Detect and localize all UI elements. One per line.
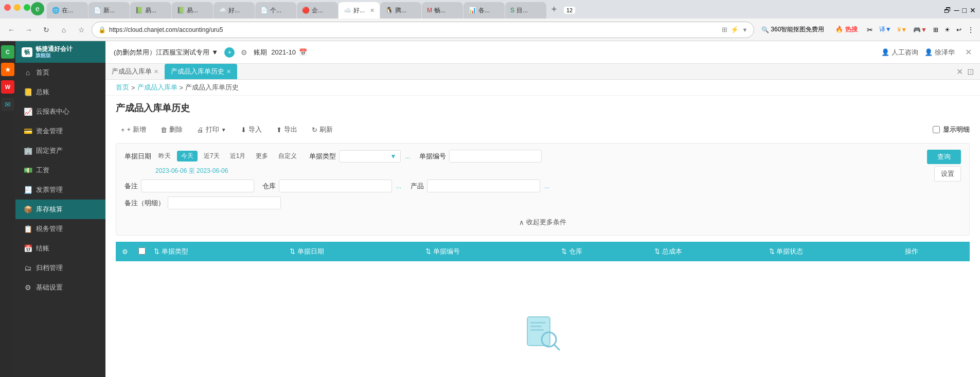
- select-all-checkbox[interactable]: [138, 247, 146, 255]
- export-button[interactable]: ⬆ 导出: [271, 122, 302, 137]
- panel-close-button[interactable]: ✕: [965, 47, 972, 57]
- browser-tab-10[interactable]: M 畅...: [422, 2, 463, 19]
- breadcrumb-home[interactable]: 首页: [116, 83, 129, 92]
- sidebar-item-settings[interactable]: ⚙ 基础设置: [15, 278, 105, 297]
- browser-tab-9[interactable]: 🐧 腾...: [380, 2, 421, 19]
- browser-tab-2[interactable]: 📄 新...: [88, 2, 130, 19]
- th-checkbox-col[interactable]: [134, 242, 150, 261]
- th-date[interactable]: ⇅ 单据日期: [286, 242, 421, 261]
- show-fields-checkbox[interactable]: [933, 126, 940, 133]
- breadcrumb-list[interactable]: 产成品入库单: [137, 83, 177, 92]
- company-selector[interactable]: (勿删勿禁用）江西服宝测试专用 ▼: [114, 48, 218, 57]
- bookmark-button[interactable]: ☆: [74, 23, 88, 37]
- yesterday-btn[interactable]: 昨天: [154, 151, 175, 161]
- th-warehouse[interactable]: ⇅ 仓库: [557, 242, 650, 261]
- warehouse-filter-input[interactable]: [279, 179, 392, 192]
- dropdown-icon[interactable]: ▼: [742, 27, 747, 33]
- delete-button[interactable]: 🗑 删除: [155, 122, 188, 137]
- browser-tab-11[interactable]: 📊 各...: [464, 2, 505, 19]
- maximize-icon[interactable]: □: [963, 6, 967, 14]
- tab8-close[interactable]: ✕: [370, 7, 375, 14]
- window-close-btn[interactable]: [4, 4, 11, 11]
- minimize-icon[interactable]: ─: [954, 6, 959, 14]
- sidebar-item-cloud-report[interactable]: 📈 云报表中心: [15, 102, 105, 121]
- week-btn[interactable]: 近7天: [200, 151, 224, 161]
- browser-tab-3[interactable]: 📗 易...: [130, 2, 171, 19]
- browser-tab-7[interactable]: 🔴 企...: [297, 2, 338, 19]
- month-btn[interactable]: 近1月: [226, 151, 250, 161]
- window-minimize-btn[interactable]: [14, 4, 21, 11]
- search-toolbar[interactable]: 🔍 360智能抠图免费用: [757, 23, 828, 36]
- sidebar-item-closing[interactable]: 📅 结账: [15, 239, 105, 258]
- page-tab-history[interactable]: 产成品入库单历史 ✕: [165, 64, 237, 79]
- game-icon[interactable]: 🎮▼: [911, 24, 929, 35]
- scissors-icon[interactable]: ✂: [865, 24, 875, 36]
- star-icon-btn[interactable]: ★: [1, 63, 14, 76]
- restore-icon[interactable]: 🗗: [944, 6, 951, 14]
- import-button[interactable]: ⬇ 导入: [236, 122, 267, 137]
- browser-tab-1[interactable]: 🌐 在...: [47, 2, 88, 19]
- sidebar-item-inventory[interactable]: 📦 库存核算: [15, 200, 105, 219]
- chanjet-icon[interactable]: C: [1, 45, 14, 59]
- number-filter-input[interactable]: [449, 150, 542, 163]
- query-button[interactable]: 查询: [927, 150, 961, 164]
- type-dots-btn[interactable]: ...: [404, 152, 411, 161]
- tab-list-close[interactable]: ✕: [154, 68, 158, 75]
- product-dots-btn[interactable]: ...: [543, 182, 550, 191]
- detail-notes-filter-input[interactable]: [168, 196, 281, 209]
- browser-tab-5[interactable]: ☁️ 好...: [213, 2, 255, 19]
- overflow-icon[interactable]: ⋮: [966, 24, 976, 35]
- th-settings[interactable]: ⚙: [116, 242, 134, 261]
- sidebar-item-fund[interactable]: 💳 资金管理: [15, 121, 105, 141]
- browser-tab-12[interactable]: S 目...: [505, 2, 546, 19]
- back-button[interactable]: ←: [4, 23, 19, 37]
- th-status[interactable]: ⇅ 单据状态: [765, 242, 901, 261]
- page-tab-list[interactable]: 产成品入库单 ✕: [105, 64, 165, 79]
- sidebar-item-fixed-assets[interactable]: 🏢 固定资产: [15, 141, 105, 160]
- weibo-icon-btn[interactable]: W: [1, 80, 14, 94]
- browser-tab-6[interactable]: 📄 个...: [255, 2, 296, 19]
- type-filter-select[interactable]: ▼: [339, 150, 401, 163]
- sidebar-item-payroll[interactable]: 💵 工资: [15, 160, 105, 180]
- new-tab-button[interactable]: +: [547, 2, 561, 16]
- window-maximize-btn[interactable]: [24, 4, 30, 11]
- product-filter-input[interactable]: [427, 179, 540, 192]
- grid2-icon[interactable]: ⊞: [931, 24, 940, 35]
- collapse-button[interactable]: ∧ 收起更多条件: [515, 216, 571, 229]
- undo-icon[interactable]: ↩: [954, 24, 964, 35]
- tab-history-close[interactable]: ✕: [226, 68, 231, 75]
- yuan-icon[interactable]: ¥▼: [896, 24, 910, 35]
- refresh-button[interactable]: ↻: [39, 23, 54, 37]
- sun-icon[interactable]: ☀: [942, 24, 952, 35]
- more-btn[interactable]: 更多: [252, 151, 272, 161]
- sidebar-item-archive[interactable]: 🗂 归档管理: [15, 258, 105, 278]
- sidebar-item-general-ledger[interactable]: 📒 总账: [15, 82, 105, 102]
- settings-gear-icon[interactable]: ⚙: [241, 48, 247, 57]
- settings-button-filter[interactable]: 设置: [934, 166, 961, 182]
- user-button[interactable]: 👤 徐泽华: [924, 48, 955, 57]
- th-type[interactable]: ⇅ 单据类型: [150, 242, 286, 261]
- panel-close-x[interactable]: ✕: [956, 67, 963, 77]
- th-number[interactable]: ⇅ 单据编号: [421, 242, 557, 261]
- forward-button[interactable]: →: [22, 23, 36, 37]
- close-icon[interactable]: ✕: [970, 6, 976, 14]
- print-button[interactable]: 🖨 打印 ▼: [192, 122, 231, 137]
- notes-filter-input[interactable]: [141, 179, 254, 192]
- today-btn[interactable]: 今天: [177, 151, 198, 161]
- address-bar[interactable]: 🔒 https://cloud.chanjet.com/accounting/u…: [92, 22, 754, 38]
- new-button[interactable]: + + 新增: [116, 122, 151, 137]
- sidebar-item-home[interactable]: ⌂ 首页: [15, 63, 105, 82]
- consult-button[interactable]: 👤 人工咨询: [881, 48, 918, 57]
- calendar-icon[interactable]: 📅: [299, 48, 307, 56]
- sidebar-item-tax[interactable]: 📋 税务管理: [15, 219, 105, 239]
- translate-icon[interactable]: 译▼: [877, 23, 894, 36]
- browser-tab-8[interactable]: ☁️ 好... ✕: [338, 2, 380, 19]
- th-total-cost[interactable]: ⇅ 总成本: [650, 242, 765, 261]
- hot-search-btn[interactable]: 🔥 热搜: [831, 23, 861, 36]
- custom-btn[interactable]: 自定义: [274, 151, 301, 161]
- add-company-button[interactable]: +: [224, 47, 235, 58]
- home-button[interactable]: ⌂: [57, 23, 71, 37]
- warehouse-dots-btn[interactable]: ...: [395, 182, 402, 191]
- refresh-button-toolbar[interactable]: ↻ 刷新: [307, 122, 338, 137]
- browser-tab-4[interactable]: 📗 易...: [172, 2, 213, 19]
